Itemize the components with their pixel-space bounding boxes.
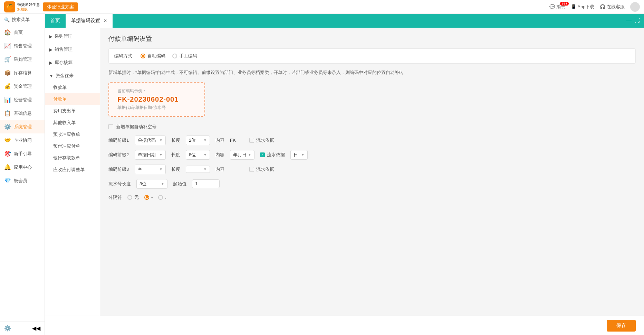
sep-dot-radio[interactable]: . — [158, 195, 166, 200]
content2-label: 内容 — [215, 152, 224, 158]
serial2-period-select[interactable]: 日 ▼ — [290, 150, 308, 160]
sep-dash-radio[interactable]: - — [144, 195, 153, 200]
prefix1-arrow-icon: ▼ — [159, 138, 163, 142]
search-icon: 🔍 — [4, 17, 10, 22]
manual-encoding-radio[interactable]: 手工编码 — [172, 53, 197, 59]
finance-icon: 💰 — [4, 83, 11, 90]
sec-nav-receipt[interactable]: 收款单 — [45, 82, 100, 93]
code-preview-value: FK-20230602-001 — [117, 95, 196, 103]
chevron-right-icon2: ▶ — [49, 47, 52, 52]
sep-none-radio[interactable]: 无 — [127, 194, 139, 201]
message-badge: 99+ — [560, 2, 569, 6]
separator-label: 分隔符 — [108, 194, 122, 201]
manual-radio-circle — [172, 54, 177, 58]
auto-encoding-radio[interactable]: 自动编码 — [141, 53, 165, 59]
length3-arrow-icon: ▼ — [203, 167, 207, 171]
sales-icon: 📈 — [4, 43, 11, 49]
sidebar-item-sales[interactable]: 📈 销售管理 — [0, 39, 45, 53]
content3-label: 内容 — [215, 166, 224, 173]
form-section: 编码前缀1 单据代码 ▼ 长度 2位 ▼ 内容 FK — [108, 136, 636, 189]
sec-nav-ap-adjust[interactable]: 应收应付调整单 — [45, 164, 100, 176]
length2-arrow-icon: ▼ — [203, 153, 207, 157]
sec-nav-payment[interactable]: 付款单 — [45, 93, 100, 105]
chevron-down-icon: ▼ — [49, 73, 54, 78]
tab-minimize-button[interactable]: — — [626, 18, 632, 24]
chevron-right-icon3: ▶ — [49, 60, 52, 65]
tab-close-button[interactable]: ✕ — [104, 18, 107, 23]
sidebar-item-operations[interactable]: 📊 经营管理 — [0, 93, 45, 106]
auto-radio-circle — [141, 54, 145, 58]
sec-nav-expense[interactable]: 费用支出单 — [45, 105, 100, 117]
prefix1-select[interactable]: 单据代码 ▼ — [135, 136, 166, 145]
app-download-button[interactable]: 📱 App下载 — [571, 4, 594, 10]
collapse-icon[interactable]: ◀◀ — [32, 325, 40, 332]
search-menu[interactable]: 🔍 搜索菜单 — [0, 14, 45, 26]
sec-nav-group-purchase: ▶ 采购管理 — [45, 30, 100, 42]
prefix3-select[interactable]: 空 ▼ — [135, 165, 166, 174]
purchase-icon: 🛒 — [4, 56, 11, 63]
start-value-input[interactable] — [192, 179, 220, 188]
sec-nav-group-inventory: ▶ 库存核算 — [45, 57, 100, 68]
sidebar-item-basic[interactable]: 📋 基础信息 — [0, 106, 45, 120]
tab-maximize-button[interactable]: ⛶ — [634, 18, 640, 24]
prefix2-label: 编码前缀2 — [108, 152, 129, 158]
sec-nav-fund[interactable]: ▼ 资金往来 — [45, 70, 100, 82]
message-button[interactable]: 💬 消息 99+ — [549, 4, 565, 10]
sec-nav-advance-payment[interactable]: 预付冲应付单 — [45, 140, 100, 152]
user-avatar[interactable] — [630, 2, 640, 12]
serial-length-select[interactable]: 3位 ▼ — [136, 179, 167, 189]
sec-nav-inventory[interactable]: ▶ 库存核算 — [45, 57, 100, 68]
length3-label: 长度 — [171, 166, 180, 173]
sidebar-nav: 🏠 首页 📈 销售管理 🛒 采购管理 📦 库存核算 💰 资金管理 📊 经 — [0, 26, 45, 321]
encoding-radio-group: 自动编码 手工编码 — [141, 53, 197, 59]
chevron-right-icon: ▶ — [49, 34, 52, 39]
tab-home[interactable]: 首页 — [45, 14, 66, 28]
serial2-checkbox[interactable]: ✓ 流水依据 — [260, 152, 285, 158]
sidebar-item-appstore[interactable]: 🔔 应用中心 — [0, 160, 45, 174]
sidebar-item-enterprise[interactable]: 🤝 企业协同 — [0, 133, 45, 147]
serial1-checkbox[interactable]: 流水依据 — [249, 137, 274, 143]
operations-icon: 📊 — [4, 96, 11, 103]
sep-dash-dot — [146, 196, 148, 198]
length2-select[interactable]: 8位 ▼ — [186, 150, 210, 160]
top-bar: 🍊 畅捷通好生意 旗舰版 体验行业方案 💬 消息 99+ 📱 App下载 🎧 在… — [0, 0, 644, 14]
online-service-button[interactable]: 🎧 在线客服 — [600, 4, 625, 10]
sidebar-item-inventory[interactable]: 📦 库存核算 — [0, 66, 45, 80]
sec-nav-bank-deposit[interactable]: 银行存取款单 — [45, 152, 100, 164]
save-button[interactable]: 保存 — [607, 320, 636, 332]
auto-fill-row: 新增单据自动补空号 — [108, 124, 636, 130]
vip-icon: 💎 — [4, 177, 11, 184]
sidebar-item-purchase[interactable]: 🛒 采购管理 — [0, 53, 45, 66]
sec-nav-group-sales: ▶ 销售管理 — [45, 44, 100, 55]
sidebar-item-guide[interactable]: 🎯 新手引导 — [0, 147, 45, 160]
prefix2-row: 编码前缀2 单据日期 ▼ 长度 8位 ▼ 内容 年月日 — [108, 150, 636, 160]
serial2-check-icon: ✓ — [260, 152, 265, 157]
sidebar-item-home[interactable]: 🏠 首页 — [0, 26, 45, 39]
settings-icon[interactable]: ⚙️ — [4, 325, 11, 332]
tab-bar: 首页 单据编码设置 ✕ — ⛶ — [45, 14, 644, 28]
tab-serial-settings[interactable]: 单据编码设置 ✕ — [66, 14, 113, 28]
length1-select[interactable]: 2位 ▼ — [186, 136, 210, 145]
sidebar-item-finance[interactable]: 💰 资金管理 — [0, 80, 45, 93]
sec-nav-purchase[interactable]: ▶ 采购管理 — [45, 30, 100, 42]
inventory-icon: 📦 — [4, 69, 11, 76]
code-preview-sub: 单据代码-单据日期-流水号 — [117, 105, 196, 111]
length3-select[interactable]: ▼ — [186, 166, 210, 173]
auto-fill-checkbox[interactable] — [108, 124, 113, 129]
encoding-mode-section: 编码方式 自动编码 手工编码 — [108, 48, 636, 64]
sec-nav-other-income[interactable]: 其他收入单 — [45, 117, 100, 129]
prefix2-select[interactable]: 单据日期 ▼ — [135, 150, 166, 160]
sec-nav-advance-receipt[interactable]: 预收冲应收单 — [45, 129, 100, 140]
basic-icon: 📋 — [4, 110, 11, 117]
sep-none-circle — [127, 195, 132, 200]
prefix3-row: 编码前缀3 空 ▼ 长度 ▼ 内容 — [108, 165, 636, 174]
content2-select[interactable]: 年月日 ▼ — [230, 150, 254, 160]
content2-arrow-icon: ▼ — [248, 153, 251, 157]
content1-value: FK — [230, 138, 244, 143]
sec-nav-sales[interactable]: ▶ 销售管理 — [45, 44, 100, 55]
sidebar-item-system[interactable]: ⚙️ 系统管理 — [0, 120, 45, 133]
serial3-checkbox[interactable]: 流水依据 — [249, 166, 274, 173]
experience-button[interactable]: 体验行业方案 — [43, 2, 78, 11]
sidebar-item-vip[interactable]: 💎 畅会员 — [0, 174, 45, 187]
serial-length-label: 流水号长度 — [108, 181, 131, 187]
